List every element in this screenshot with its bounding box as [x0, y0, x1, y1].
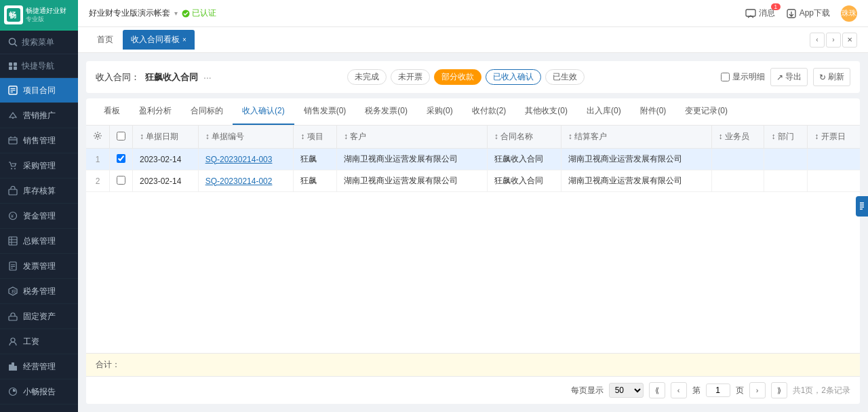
- th-project[interactable]: ↕ 项目: [294, 126, 337, 149]
- contract-actions: 显示明细 ↗ 导出 ↻ 刷新: [721, 68, 850, 86]
- status-income-confirmed[interactable]: 已收入确认: [486, 69, 541, 85]
- sidebar-item-marketing[interactable]: 营销推广: [0, 103, 78, 128]
- sidebar-item-asset[interactable]: 固定资产: [0, 304, 78, 329]
- page-number-input[interactable]: [706, 383, 730, 397]
- right-panel-toggle[interactable]: [856, 196, 868, 217]
- refresh-icon: ↻: [819, 73, 826, 82]
- invoice-icon: [7, 260, 19, 272]
- tab-attachment[interactable]: 附件(0): [631, 98, 676, 125]
- sidebar-item-info[interactable]: 基础信息: [0, 405, 78, 412]
- table-row[interactable]: 2 2023-02-14 SQ-20230214-002 狂飙 湖南卫视商业运营…: [86, 170, 860, 192]
- sidebar-marketing-label: 营销推广: [23, 110, 56, 121]
- sidebar-item-report[interactable]: 小畅报告: [0, 379, 78, 405]
- tab-tax-invoice[interactable]: 税务发票(0): [355, 98, 417, 125]
- svg-point-17: [11, 168, 12, 170]
- th-open-date[interactable]: ↕ 开票日: [808, 126, 860, 149]
- sidebar-item-sales[interactable]: 销售管理: [0, 128, 78, 153]
- tab-contract-board[interactable]: 收入合同看板 ×: [123, 30, 195, 50]
- th-select-all[interactable]: [110, 126, 133, 149]
- message-button[interactable]: 消息 1: [745, 7, 775, 19]
- nav-close-all[interactable]: ✕: [842, 33, 857, 48]
- status-incomplete[interactable]: 未完成: [347, 69, 387, 85]
- user-profile[interactable]: 珠珠: [841, 5, 857, 22]
- row-result-customer: 湖南卫视商业运营发展有限公司: [561, 149, 711, 170]
- sidebar-item-biz[interactable]: 经营管理: [0, 354, 78, 379]
- row-open-date: [808, 170, 860, 192]
- prev-page-btn[interactable]: ‹: [671, 382, 687, 398]
- refresh-button[interactable]: ↻ 刷新: [813, 68, 850, 86]
- asset-icon: [7, 310, 19, 322]
- status-partial-payment[interactable]: 部分收款: [434, 69, 481, 85]
- tab-change-log[interactable]: 变更记录(0): [675, 98, 737, 125]
- tab-income-confirm[interactable]: 收入确认(2): [233, 98, 294, 125]
- th-salesperson[interactable]: ↕ 业务员: [711, 126, 764, 149]
- nav-tabs: 首页 收入合同看板 × ‹ › ✕: [78, 27, 868, 53]
- tab-tax-invoice-label: 税务发票(0): [365, 106, 408, 115]
- sidebar-item-quicknav[interactable]: 快捷导航: [0, 54, 78, 78]
- sidebar-item-inventory[interactable]: 库存核算: [0, 179, 78, 204]
- tab-purchase[interactable]: 采购(0): [417, 98, 462, 125]
- tab-profit[interactable]: 盈利分析: [130, 98, 181, 125]
- contract-more-button[interactable]: ···: [203, 72, 212, 83]
- th-settings[interactable]: [86, 126, 110, 149]
- svg-text:畅: 畅: [9, 11, 16, 19]
- first-page-btn[interactable]: ⟪: [649, 382, 665, 398]
- th-salesperson-label: ↕ 业务员: [719, 132, 749, 141]
- sidebar-item-search[interactable]: 搜索菜单: [0, 31, 78, 54]
- last-page-btn[interactable]: ⟫: [771, 382, 787, 398]
- nav-next-arrow[interactable]: ›: [826, 33, 841, 48]
- nav-prev-arrow[interactable]: ‹: [810, 33, 825, 48]
- app-download-button[interactable]: App下载: [786, 7, 830, 19]
- th-contract-name[interactable]: ↕ 合同名称: [487, 126, 561, 149]
- th-customer[interactable]: ↕ 客户: [336, 126, 487, 149]
- sidebar-logo: 畅 畅捷通好业财 专业版: [0, 0, 78, 31]
- th-department[interactable]: ↕ 部门: [764, 126, 808, 149]
- svg-point-2: [9, 39, 16, 45]
- tab-warehouse[interactable]: 出入库(0): [577, 98, 631, 125]
- row-checkbox-cell[interactable]: [110, 170, 133, 192]
- doc-link[interactable]: SQ-20230214-003: [205, 155, 273, 164]
- export-button[interactable]: ↗ 导出: [770, 68, 808, 86]
- row-checkbox[interactable]: [117, 154, 125, 163]
- inventory-icon: [7, 185, 19, 197]
- svg-rect-32: [9, 316, 17, 320]
- status-uninvoiced[interactable]: 未开票: [391, 69, 430, 85]
- doc-link[interactable]: SQ-20230214-002: [205, 176, 273, 186]
- marketing-icon: [7, 109, 19, 121]
- tab-payment[interactable]: 收付款(2): [462, 98, 516, 125]
- sidebar-item-invoice[interactable]: 发票管理: [0, 254, 78, 279]
- svg-point-18: [14, 168, 16, 170]
- tab-sales-invoice[interactable]: 销售发票(0): [294, 98, 356, 125]
- display-detail-toggle[interactable]: 显示明细: [721, 71, 765, 83]
- company-dropdown-icon[interactable]: ▾: [174, 10, 178, 17]
- th-result-customer[interactable]: ↕ 结算客户: [561, 126, 711, 149]
- sidebar-item-purchase[interactable]: 采购管理: [0, 153, 78, 179]
- ledger-icon: [7, 235, 19, 247]
- row-num-link[interactable]: SQ-20230214-002: [198, 170, 294, 192]
- status-effective[interactable]: 已生效: [545, 69, 585, 85]
- per-page-select[interactable]: 20 50 100 200: [609, 383, 644, 398]
- select-all-checkbox[interactable]: [117, 132, 125, 141]
- row-num-link[interactable]: SQ-20230214-003: [198, 149, 294, 170]
- sidebar-salary-label: 工资: [23, 336, 39, 348]
- tab-contract-subject[interactable]: 合同标的: [181, 98, 233, 125]
- tab-board[interactable]: 看板: [94, 98, 130, 125]
- sidebar-item-contract[interactable]: 项目合同: [0, 78, 78, 103]
- row-checkbox[interactable]: [117, 176, 125, 185]
- tab-close-icon[interactable]: ×: [182, 36, 186, 43]
- tab-home[interactable]: 首页: [89, 30, 121, 50]
- sidebar-item-tax[interactable]: 税 税务管理: [0, 279, 78, 304]
- table-footer: 合计：: [86, 353, 860, 376]
- sidebar-item-fund[interactable]: ¥ 资金管理: [0, 204, 78, 229]
- th-num[interactable]: ↕ 单据编号: [198, 126, 294, 149]
- next-page-btn[interactable]: ›: [749, 382, 766, 398]
- table-row[interactable]: 1 2023-02-14 SQ-20230214-003 狂飙 湖南卫视商业运营…: [86, 149, 860, 170]
- tab-change-log-label: 变更记录(0): [685, 106, 728, 115]
- sidebar-item-ledger[interactable]: 总账管理: [0, 229, 78, 254]
- tab-other-income[interactable]: 其他收支(0): [515, 98, 577, 125]
- display-detail-checkbox[interactable]: [721, 73, 730, 81]
- th-date[interactable]: ↕ 单据日期: [133, 126, 199, 149]
- sidebar-item-salary[interactable]: 工资: [0, 329, 78, 354]
- th-result-customer-label: ↕ 结算客户: [568, 132, 607, 141]
- row-checkbox-cell[interactable]: [110, 149, 133, 170]
